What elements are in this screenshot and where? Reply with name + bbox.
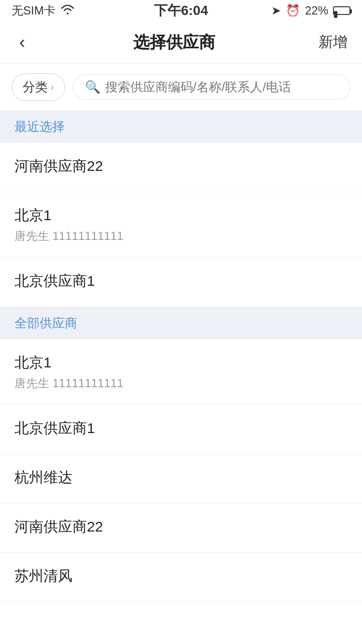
battery-text: 22% xyxy=(305,4,328,17)
status-left: 无SIM卡 xyxy=(12,3,75,18)
item-name: 北京1 xyxy=(14,353,348,373)
recent-list-item[interactable]: 北京供应商1 xyxy=(0,258,362,307)
recent-list-item[interactable]: 北京1唐先生 11111111111 xyxy=(0,192,362,258)
recent-section-header: 最近选择 xyxy=(0,111,362,143)
category-label: 分类 xyxy=(23,79,48,96)
page-title: 选择供应商 xyxy=(133,31,215,54)
nav-bar: ‹ 选择供应商 新增 xyxy=(0,21,362,64)
item-name: 杭州维达 xyxy=(14,468,348,488)
recent-list-item[interactable]: 河南供应商22 xyxy=(0,143,362,192)
chevron-icon: › xyxy=(51,82,54,93)
item-name: 北京1 xyxy=(14,206,348,225)
status-bar: 无SIM卡 下午6:04 ➤ ⏰ 22% xyxy=(0,0,362,21)
carrier-text: 无SIM卡 xyxy=(12,3,56,18)
all-section-header: 全部供应商 xyxy=(0,307,362,339)
all-list-item[interactable]: 杭州维达 xyxy=(0,454,362,504)
alarm-icon: ⏰ xyxy=(286,4,300,17)
status-right: ➤ ⏰ 22% xyxy=(271,4,350,17)
all-list-item[interactable]: 苏州清风 xyxy=(0,553,362,602)
battery-icon xyxy=(333,6,350,15)
item-name: 河南供应商22 xyxy=(14,156,348,176)
status-time: 下午6:04 xyxy=(154,1,208,20)
location-icon: ➤ xyxy=(271,4,281,17)
item-name: 苏州清风 xyxy=(14,566,348,586)
category-button[interactable]: 分类 › xyxy=(12,73,65,101)
search-input[interactable] xyxy=(105,80,338,95)
all-list: 北京1唐先生 11111111111北京供应商1杭州维达河南供应商22苏州清风 xyxy=(0,339,362,602)
item-name: 河南供应商22 xyxy=(14,517,348,537)
filter-bar: 分类 › 🔍 xyxy=(0,64,362,111)
all-list-item[interactable]: 北京供应商1 xyxy=(0,405,362,454)
all-list-item[interactable]: 河南供应商22 xyxy=(0,504,362,553)
item-sub: 唐先生 11111111111 xyxy=(14,228,348,244)
wifi-icon xyxy=(60,4,75,17)
search-box[interactable]: 🔍 xyxy=(73,74,350,100)
back-button[interactable]: ‹ xyxy=(14,28,30,57)
add-button[interactable]: 新增 xyxy=(319,32,348,52)
search-icon: 🔍 xyxy=(85,80,100,95)
item-name: 北京供应商1 xyxy=(14,419,348,438)
item-name: 北京供应商1 xyxy=(14,271,348,291)
recent-list: 河南供应商22北京1唐先生 11111111111北京供应商1 xyxy=(0,143,362,307)
all-list-item[interactable]: 北京1唐先生 11111111111 xyxy=(0,339,362,405)
item-sub: 唐先生 11111111111 xyxy=(14,376,348,391)
